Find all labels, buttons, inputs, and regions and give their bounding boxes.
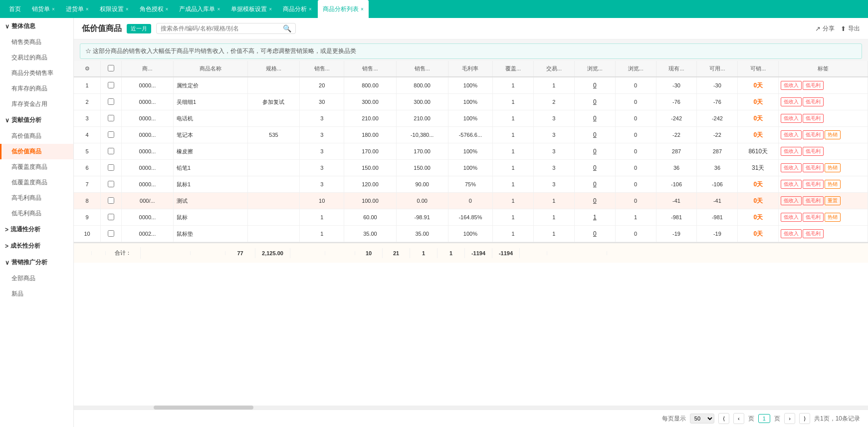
nav-product-warehouse[interactable]: 产成品入库单 × [174, 0, 225, 18]
col-settings[interactable]: ⚙ [74, 61, 101, 77]
row-select-checkbox[interactable] [108, 98, 114, 105]
sidebar-group-circulation[interactable]: > 流通性分析 [0, 221, 73, 238]
nav-template-settings[interactable]: 单据模板设置 × [226, 0, 277, 18]
row-checkbox[interactable] [101, 160, 122, 176]
share-button[interactable]: ↗ 分享 [815, 24, 835, 33]
tag-label: 低收入 [781, 213, 802, 222]
current-page[interactable]: 1 [758, 414, 770, 423]
page-header: 低价值商品 近一月 🔍 ↗ 分享 ⬆ 导出 [74, 18, 868, 39]
row-sale-qty: 1 [300, 209, 344, 226]
row-select-checkbox[interactable] [108, 181, 114, 187]
row-stock2: 287 [697, 143, 738, 160]
row-checkbox[interactable] [101, 94, 122, 110]
browse-link[interactable]: 0 [593, 181, 597, 188]
sidebar-item-high-margin[interactable]: 高毛利商品 [0, 190, 73, 206]
last-page-button[interactable]: ⟩ [799, 413, 810, 424]
nav-role-auth[interactable]: 角色授权 × [135, 0, 174, 18]
browse-link[interactable]: 0 [593, 164, 597, 171]
sidebar-group-marketing[interactable]: ∨ 营销推广分析 [0, 254, 73, 271]
search-input[interactable] [161, 25, 281, 32]
row-name: 鼠标 [173, 209, 247, 226]
first-page-button[interactable]: ⟨ [718, 413, 729, 424]
browse-link[interactable]: 1 [593, 214, 597, 221]
browse-link[interactable]: 0 [593, 98, 597, 105]
close-icon[interactable]: × [217, 6, 220, 12]
sidebar-item-inventory-capital[interactable]: 库存资金占用 [0, 96, 73, 112]
row-spec [247, 110, 299, 127]
sidebar-item-low-value[interactable]: 低价值商品 [0, 144, 73, 159]
browse-link[interactable]: 0 [593, 131, 597, 138]
browse-link[interactable]: 0 [593, 197, 597, 204]
sidebar-item-traded-products[interactable]: 交易过的商品 [0, 50, 73, 65]
close-icon[interactable]: × [269, 6, 272, 12]
nav-product-analysis-list[interactable]: 商品分析列表 × [318, 0, 369, 18]
sidebar-item-category-sales-rate[interactable]: 商品分类销售率 [0, 65, 73, 81]
row-code: 0000... [121, 143, 173, 160]
tag-label: 低收入 [781, 196, 802, 205]
browse-link[interactable]: 0 [593, 115, 597, 122]
row-select-checkbox[interactable] [108, 214, 114, 220]
row-spec [247, 176, 299, 193]
col-checkbox-all[interactable] [101, 61, 122, 77]
sidebar-item-high-value[interactable]: 高价值商品 [0, 128, 73, 144]
browse-link[interactable]: 0 [593, 82, 597, 89]
next-page-button[interactable]: › [784, 413, 795, 424]
row-sale-amount: -98.91 [396, 209, 448, 226]
row-code: 000/... [121, 193, 173, 209]
sidebar-group-contribution[interactable]: ∨ 贡献值分析 [0, 112, 73, 128]
row-select-checkbox[interactable] [108, 164, 114, 171]
sidebar-item-inventory-products[interactable]: 有库存的商品 [0, 81, 73, 96]
sidebar-item-all-products[interactable]: 全部商品 [0, 271, 73, 286]
col-tag: 标签 [779, 61, 868, 77]
row-select-checkbox[interactable] [108, 197, 114, 204]
row-checkbox[interactable] [101, 143, 122, 160]
col-sale-qty: 销售... [300, 61, 344, 77]
nav-sales-order[interactable]: 销货单 × [27, 0, 60, 18]
nav-product-analysis[interactable]: 商品分析 × [278, 0, 317, 18]
export-button[interactable]: ⬆ 导出 [841, 24, 860, 33]
row-select-checkbox[interactable] [108, 230, 114, 237]
nav-home[interactable]: 首页 [4, 0, 26, 18]
row-select-checkbox[interactable] [108, 131, 114, 138]
sidebar-item-high-coverage[interactable]: 高覆盖度商品 [0, 159, 73, 175]
browse-link[interactable]: 0 [593, 230, 597, 237]
search-icon[interactable]: 🔍 [283, 24, 291, 32]
nav-purchase-order[interactable]: 进货单 × [61, 0, 94, 18]
nav-permissions[interactable]: 权限设置 × [95, 0, 134, 18]
close-icon[interactable]: × [126, 6, 129, 12]
row-checkbox[interactable] [101, 127, 122, 143]
close-icon[interactable]: × [361, 6, 364, 12]
sidebar-item-sales-products[interactable]: 销售类商品 [0, 34, 73, 50]
scroll-thumb[interactable] [154, 406, 253, 410]
row-stock2: -19 [697, 226, 738, 242]
close-icon[interactable]: × [86, 6, 89, 12]
row-checkbox[interactable] [101, 77, 122, 94]
row-select-checkbox[interactable] [108, 148, 114, 154]
sidebar-item-low-coverage[interactable]: 低覆盖度商品 [0, 175, 73, 190]
row-trade: 3 [533, 176, 574, 193]
table-row: 4 0000... 笔记本 535 3 180.00 -10,380... -5… [74, 127, 868, 143]
close-icon[interactable]: × [52, 6, 55, 12]
row-checkbox[interactable] [101, 110, 122, 127]
horizontal-scrollbar[interactable] [74, 406, 868, 410]
prev-page-button[interactable]: ‹ [733, 413, 744, 424]
row-sale-qty: 3 [300, 160, 344, 176]
time-tag-button[interactable]: 近一月 [127, 24, 151, 33]
select-all-checkbox[interactable] [108, 65, 114, 71]
row-checkbox[interactable] [101, 176, 122, 193]
row-checkbox[interactable] [101, 226, 122, 242]
sidebar-item-new-products[interactable]: 新品 [0, 286, 73, 302]
row-spec [247, 160, 299, 176]
row-checkbox[interactable] [101, 193, 122, 209]
footer-cover: 10 [355, 248, 383, 258]
sidebar-group-overall[interactable]: ∨ 整体信息 [0, 18, 73, 34]
row-select-checkbox[interactable] [108, 82, 114, 88]
per-page-select[interactable]: 50 100 [690, 414, 714, 424]
sidebar-group-growth[interactable]: > 成长性分析 [0, 238, 73, 254]
sidebar-item-low-margin[interactable]: 低毛利商品 [0, 206, 73, 221]
close-icon[interactable]: × [166, 6, 169, 12]
browse-link[interactable]: 0 [593, 148, 597, 155]
close-icon[interactable]: × [309, 6, 312, 12]
row-checkbox[interactable] [101, 209, 122, 226]
row-select-checkbox[interactable] [108, 115, 114, 121]
